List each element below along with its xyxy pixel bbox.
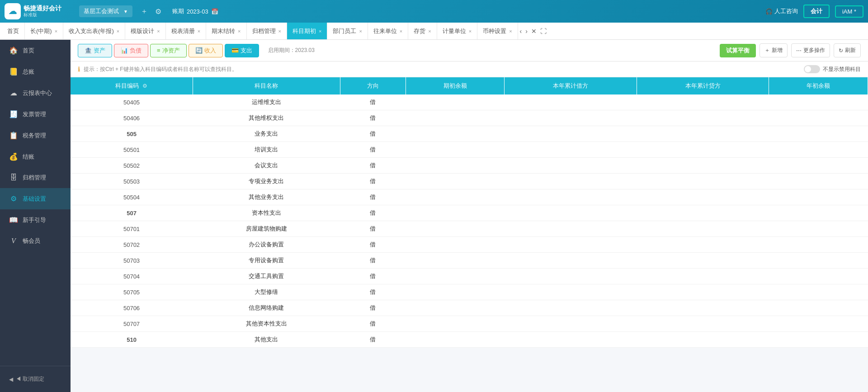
sidebar-item-archive[interactable]: 🗄 归档管理	[0, 167, 71, 188]
cell-balance	[406, 316, 505, 332]
cell-year-debit	[505, 110, 637, 126]
expense-tab-icon: 💳	[231, 47, 239, 54]
tab-dept-staff[interactable]: 部门员工 ×	[327, 23, 368, 40]
sub-tab-debt[interactable]: 📊 负债	[114, 44, 148, 57]
cell-name: 业务支出	[193, 126, 340, 142]
cell-name: 其他支出	[193, 332, 340, 348]
sub-tab-expense[interactable]: 💳 支出	[225, 44, 259, 57]
tab-home[interactable]: 首页	[2, 23, 25, 40]
tab-midterm[interactable]: 长(中期) ×	[25, 23, 63, 40]
tab-next-button[interactable]: ›	[524, 28, 529, 35]
table-row[interactable]: 50703 专用设备购置 借	[71, 253, 868, 269]
tab-unit[interactable]: 计量单位 ×	[437, 23, 477, 40]
tab-period-close[interactable]: 期末结转 ×	[206, 23, 246, 40]
add-tab-button[interactable]: ＋	[139, 5, 150, 18]
tab-subject-initial[interactable]: 科目期初 ×	[287, 23, 327, 40]
debt-tab-icon: 📊	[121, 47, 128, 54]
table-row[interactable]: 50406 其他维权支出 借	[71, 110, 868, 126]
cell-year-balance	[769, 94, 868, 110]
settings-icon[interactable]: ⚙	[153, 5, 163, 18]
table-row[interactable]: 50503 专项业务支出 借	[71, 174, 868, 189]
tab-counterparty-close[interactable]: ×	[400, 28, 402, 34]
tab-income-expense[interactable]: 收入支出表(年报) ×	[63, 23, 125, 40]
cell-year-balance	[769, 332, 868, 348]
sidebar-item-vip[interactable]: V 畅会员	[0, 231, 71, 251]
table-row[interactable]: 50504 其他业务支出 借	[71, 189, 868, 205]
tab-template[interactable]: 模版设计 ×	[125, 23, 165, 40]
cell-balance	[406, 158, 505, 174]
cell-code: 507	[71, 205, 193, 221]
tab-unit-close[interactable]: ×	[469, 28, 472, 34]
table-row[interactable]: 50502 会议支出 借	[71, 158, 868, 174]
more-icon: ⋯	[796, 47, 802, 54]
customer-service-button[interactable]: 🎧 人工咨询	[765, 7, 798, 15]
balance-button[interactable]: 试算平衡	[720, 44, 756, 57]
tab-prev-button[interactable]: ‹	[518, 28, 524, 35]
iam-button[interactable]: iAM *	[835, 5, 863, 18]
cell-dir: 借	[340, 284, 406, 300]
cell-code: 50704	[71, 269, 193, 284]
add-button[interactable]: ＋ 新增	[760, 43, 788, 57]
tab-dept-staff-close[interactable]: ×	[359, 28, 362, 34]
sidebar-item-settle[interactable]: 💰 结账	[0, 146, 71, 167]
tab-subject-initial-close[interactable]: ×	[319, 28, 321, 34]
tab-tax-close[interactable]: ×	[198, 28, 200, 34]
sidebar-item-settings[interactable]: ⚙ 基础设置	[0, 188, 71, 209]
tab-archive-close[interactable]: ×	[278, 28, 281, 34]
cell-balance	[406, 237, 505, 253]
sidebar-item-guide[interactable]: 📖 新手引导	[0, 209, 71, 231]
toggle-disabled-switch[interactable]	[804, 65, 820, 73]
tab-midterm-close[interactable]: ×	[55, 28, 57, 34]
tab-income-expense-close[interactable]: ×	[117, 28, 119, 34]
sidebar-item-home[interactable]: 🏠 首页	[0, 40, 71, 61]
table-row[interactable]: 50501 培训支出 借	[71, 142, 868, 158]
sub-tab-net[interactable]: ≡ 净资产	[150, 44, 187, 57]
sidebar-item-cloud-report[interactable]: ☁ 云报表中心	[0, 82, 71, 104]
tab-expand-button[interactable]: ⛶	[538, 28, 548, 35]
cell-code: 50503	[71, 174, 193, 189]
table-row[interactable]: 50706 信息网络购建 借	[71, 300, 868, 316]
tab-currency-close[interactable]: ×	[509, 28, 512, 34]
tab-currency[interactable]: 币种设置 ×	[477, 23, 518, 40]
more-button[interactable]: ⋯ 更多操作	[791, 43, 830, 57]
table-row[interactable]: 50704 交通工具购置 借	[71, 269, 868, 284]
toggle-label: 不显示禁用科目	[823, 66, 861, 73]
calendar-icon[interactable]: 📅	[211, 8, 218, 15]
cell-year-credit	[637, 205, 769, 221]
table-row[interactable]: 50701 房屋建筑物购建 借	[71, 221, 868, 237]
col-settings-icon[interactable]: ⚙	[142, 83, 147, 89]
sidebar-collapse-button[interactable]: ◀ ◀ 取消固定	[0, 371, 71, 387]
sub-tab-income[interactable]: 🔄 收入	[189, 44, 223, 57]
cell-balance	[406, 300, 505, 316]
cell-balance	[406, 94, 505, 110]
cell-year-balance	[769, 221, 868, 237]
table-row[interactable]: 50702 办公设备购置 借	[71, 237, 868, 253]
tab-inventory-close[interactable]: ×	[428, 28, 431, 34]
tab-archive[interactable]: 归档管理 ×	[247, 23, 287, 40]
table-row[interactable]: 50707 其他资本性支出 借	[71, 316, 868, 332]
sidebar-item-invoice[interactable]: 🧾 发票管理	[0, 104, 71, 125]
table-row[interactable]: 50705 大型修缮 借	[71, 284, 868, 300]
table-row[interactable]: 505 业务支出 借	[71, 126, 868, 142]
account-button[interactable]: 会计	[803, 5, 830, 18]
tab-template-close[interactable]: ×	[157, 28, 160, 34]
table-row[interactable]: 510 其他支出 借	[71, 332, 868, 348]
cell-dir: 借	[340, 316, 406, 332]
table-row[interactable]: 507 资本性支出 借	[71, 205, 868, 221]
refresh-button[interactable]: ↻ 刷新	[834, 43, 861, 57]
tab-tax[interactable]: 税表清册 ×	[166, 23, 206, 40]
cell-code: 50502	[71, 158, 193, 174]
sub-tab-asset[interactable]: 🏦 资产	[78, 44, 112, 57]
sidebar-label-ledger: 总账	[23, 68, 34, 76]
table-row[interactable]: 50405 运维维支出 借	[71, 94, 868, 110]
tab-inventory[interactable]: 存货 ×	[408, 23, 437, 40]
sidebar-item-tax[interactable]: 📋 税务管理	[0, 125, 71, 146]
tab-close-all-button[interactable]: ✕	[529, 28, 538, 35]
table-container: 科目编码 ⚙ 科目名称 方向 期初余额 本年累计借方 本年累计贷方 年初余额 5…	[71, 77, 868, 392]
cell-code: 50405	[71, 94, 193, 110]
sidebar-item-ledger[interactable]: 📒 总账	[0, 61, 71, 82]
project-selector[interactable]: 基层工会测试 ▼	[79, 5, 132, 17]
tab-period-close-btn[interactable]: ×	[238, 28, 241, 34]
tab-counterparty[interactable]: 往来单位 ×	[368, 23, 408, 40]
main-content: 🏦 资产 📊 负债 ≡ 净资产 🔄 收入 💳 支出 启用期间：2023.03 试	[71, 40, 868, 392]
